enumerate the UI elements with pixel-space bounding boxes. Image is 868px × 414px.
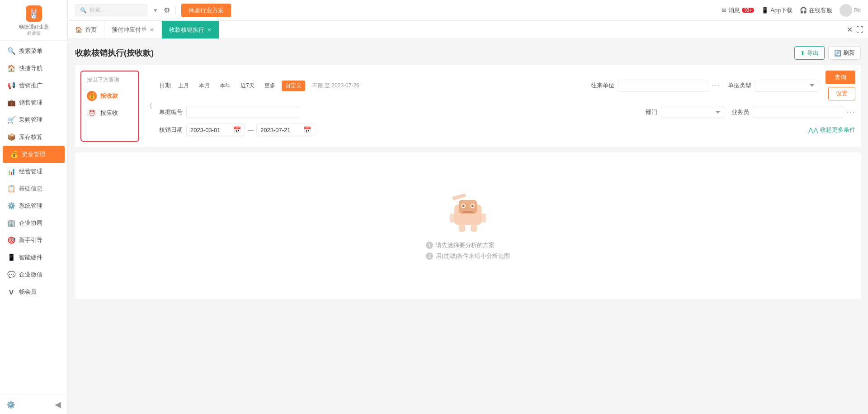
capital-icon: 💰 (10, 150, 18, 158)
sidebar-item-operations[interactable]: 📊 经营管理 (0, 163, 67, 180)
last-7days-btn[interactable]: 近7天 (237, 81, 258, 91)
more-date-btn[interactable]: 更多 (261, 81, 279, 91)
smart-hw-icon: 📱 (7, 253, 15, 262)
counterparty-input[interactable] (618, 80, 708, 92)
collapse-more-button[interactable]: ⋀⋀ 收起更多条件 (808, 126, 855, 134)
staff-more-icon[interactable]: ··· (847, 108, 855, 116)
sidebar-item-sales[interactable]: 💼 销售管理 (0, 94, 67, 111)
last-month-btn[interactable]: 上月 (175, 81, 193, 91)
tab-home[interactable]: 🏠 首页 (68, 21, 104, 38)
this-year-btn[interactable]: 本年 (216, 81, 234, 91)
app-logo: 🐰 畅捷通好生意 标准版 (0, 0, 67, 41)
sidebar-item-search-menu[interactable]: 🔍 搜索菜单 (0, 43, 67, 60)
tab-receipt-verify[interactable]: 收款核销执行 ✕ (162, 21, 219, 38)
collapse-icon: ⋀⋀ (808, 127, 818, 133)
basic-info-icon: 📋 (7, 185, 15, 193)
sidebar-item-purchase[interactable]: 🛒 采购管理 (0, 111, 67, 128)
tip-1-num: 1 (426, 242, 433, 249)
sidebar-collapse-btn[interactable]: ◀ (55, 400, 61, 409)
messages-button[interactable]: ✉ 消息 99+ (722, 6, 754, 14)
department-filter-group: 部门 (646, 106, 724, 118)
page-content: 收款核销执行(按收款) ⬆ 导出 🔄 刷新 按以下方查询 💰 按收款 (68, 39, 868, 414)
department-select[interactable] (661, 106, 724, 118)
logo-icon: 🐰 (26, 5, 42, 22)
sidebar-item-inventory[interactable]: 📦 库存核算 (0, 128, 67, 146)
refresh-button[interactable]: 🔄 刷新 (828, 46, 861, 60)
sidebar-item-capital[interactable]: 💰 资金管理 (3, 146, 65, 163)
sidebar-footer: ⚙️ ◀ (0, 395, 67, 414)
voucher-type-select[interactable] (755, 80, 818, 92)
footer-gear-icon[interactable]: ⚙️ (6, 400, 15, 409)
online-service-button[interactable]: 🎧 在线客服 (800, 6, 832, 14)
member-icon: V (7, 288, 15, 296)
sidebar-item-basic-info[interactable]: 📋 基础信息 (0, 180, 67, 197)
date-filter-group: 日期 上月 本月 本年 近7天 更多 自定义 (159, 81, 305, 91)
tab-prepay-close-icon[interactable]: ✕ (150, 27, 154, 33)
page-title: 收款核销执行(按收款) (75, 48, 154, 58)
filter-collapse-button[interactable]: 《 (145, 71, 154, 142)
topbar-search-box[interactable]: 🔍 搜索... (75, 4, 147, 16)
voucher-num-filter-group: 单据编号 (159, 106, 299, 118)
app-name: 畅捷通好生意 (19, 24, 49, 30)
search-icon: 🔍 (80, 7, 87, 14)
sidebar-item-member[interactable]: V 畅会员 (0, 283, 67, 300)
app-download-button[interactable]: 📱 App下载 (761, 6, 793, 14)
enterprise-icon: 🏢 (7, 219, 15, 227)
refresh-icon: 🔄 (834, 50, 841, 57)
tab-close-all-icon[interactable]: ✕ (847, 25, 853, 34)
query-button[interactable]: 查询 (826, 71, 855, 84)
tab-prepay[interactable]: 预付冲应付单 ✕ (104, 21, 162, 38)
tab-receipt-verify-close-icon[interactable]: ✕ (207, 27, 212, 33)
tabbar: 🏠 首页 预付冲应付单 ✕ 收款核销执行 ✕ ✕ ⛶ (68, 21, 868, 39)
topbar-right: ✉ 消息 99+ 📱 App下载 🎧 在线客服 Rit (722, 4, 861, 17)
verify-date-start-input[interactable]: 2023-03-01 📅 (186, 124, 245, 136)
filter-by-receipt[interactable]: 💰 按收款 (81, 87, 138, 105)
sidebar-item-marketing[interactable]: 📢 营销推广 (0, 77, 67, 94)
sidebar-item-quick-nav[interactable]: 🏠 快捷导航 (0, 60, 67, 77)
staff-input[interactable] (753, 106, 843, 118)
counterparty-more-icon[interactable]: ··· (712, 81, 721, 90)
date-separator: — (248, 127, 254, 133)
verify-date-end-input[interactable]: 2023-07-21 📅 (256, 124, 315, 136)
sidebar-item-system[interactable]: ⚙️ 系统管理 (0, 197, 67, 214)
settings-button[interactable]: 设置 (828, 87, 855, 100)
tip-2-num: 2 (426, 252, 433, 260)
home-icon: 🏠 (75, 26, 82, 33)
user-avatar (840, 4, 852, 17)
operations-icon: 📊 (7, 167, 15, 176)
inventory-icon: 📦 (7, 133, 15, 141)
export-button[interactable]: ⬆ 导出 (794, 46, 825, 60)
empty-illustration (445, 189, 491, 234)
this-month-btn[interactable]: 本月 (195, 81, 213, 91)
sidebar-nav: 🔍 搜索菜单 🏠 快捷导航 📢 营销推广 💼 销售管理 🛒 采购管理 📦 库存核… (0, 41, 67, 395)
svg-rect-11 (452, 193, 466, 200)
sidebar: 🐰 畅捷通好生意 标准版 🔍 搜索菜单 🏠 快捷导航 📢 营销推广 💼 销售管理… (0, 0, 68, 414)
purchase-icon: 🛒 (7, 116, 15, 124)
settings-icon[interactable]: ⚙ (164, 6, 170, 14)
voucher-type-label: 单据类型 (728, 81, 751, 90)
verify-date-range: 2023-03-01 📅 — 2023-07-21 📅 (186, 124, 315, 136)
date-range-text-group: 不限 至 2023-07-26 (312, 82, 359, 90)
filter-row-2: 单据编号 部门 业务员 ··· (159, 106, 855, 118)
filter-by-receivable[interactable]: ⏰ 按应收 (81, 105, 138, 122)
guide-icon: 🎯 (7, 236, 15, 244)
empty-state: 1 请先选择要分析的方案 2 用[过滤]条件来缩小分析范围 (75, 152, 861, 299)
svg-point-4 (462, 205, 465, 207)
calendar-end-icon[interactable]: 📅 (303, 126, 311, 133)
sidebar-item-wecom[interactable]: 💬 企业微信 (0, 266, 67, 283)
page-header-actions: ⬆ 导出 🔄 刷新 (794, 46, 861, 60)
sidebar-item-smart-hw[interactable]: 📱 智能硬件 (0, 249, 67, 266)
main-area: 🔍 搜索... ▼ ⚙ 休验行业方案 ✉ 消息 99+ 📱 App下载 🎧 在线… (68, 0, 868, 414)
page-header: 收款核销执行(按收款) ⬆ 导出 🔄 刷新 (75, 46, 861, 60)
tab-expand-icon[interactable]: ⛶ (856, 26, 863, 34)
empty-tips: 1 请先选择要分析的方案 2 用[过滤]条件来缩小分析范围 (426, 241, 509, 263)
sidebar-item-guide[interactable]: 🎯 新手引导 (0, 232, 67, 249)
calendar-start-icon[interactable]: 📅 (233, 126, 241, 133)
custom-date-btn[interactable]: 自定义 (282, 81, 305, 91)
user-area[interactable]: Rit (840, 4, 861, 17)
sidebar-item-enterprise[interactable]: 🏢 企业协同 (0, 214, 67, 232)
svg-point-5 (472, 205, 474, 207)
voucher-num-input[interactable] (186, 106, 299, 118)
industry-solution-button[interactable]: 休验行业方案 (181, 4, 231, 17)
staff-filter-group: 业务员 ··· (731, 106, 855, 118)
